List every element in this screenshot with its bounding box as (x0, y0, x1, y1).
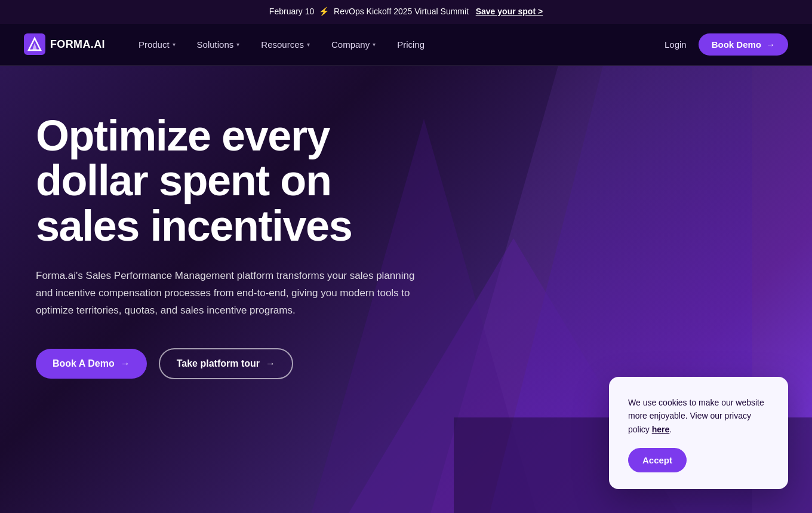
chevron-down-icon: ▾ (236, 41, 239, 48)
nav-right: Login Book Demo → (665, 33, 788, 56)
nav-item-company[interactable]: Company ▾ (322, 35, 385, 54)
logo-icon (24, 33, 45, 55)
banner-event: RevOps Kickoff 2025 Virtual Summit (334, 7, 469, 16)
hero-content: Optimize every dollar spent on sales inc… (0, 66, 454, 415)
hero-title: Optimize every dollar spent on sales inc… (36, 113, 418, 249)
lightning-icon: ⚡ (319, 7, 329, 16)
book-demo-hero-button[interactable]: Book A Demo → (36, 349, 147, 379)
platform-tour-button[interactable]: Take platform tour → (159, 348, 293, 379)
arrow-icon: → (121, 358, 130, 369)
nav-item-pricing[interactable]: Pricing (387, 35, 434, 54)
logo-text: FORMA.AI (50, 38, 105, 51)
navbar: FORMA.AI Product ▾ Solutions ▾ Resources… (0, 24, 812, 66)
privacy-policy-link[interactable]: here (652, 425, 670, 434)
hero-buttons: Book A Demo → Take platform tour → (36, 348, 418, 379)
nav-item-product[interactable]: Product ▾ (129, 35, 185, 54)
nav-item-resources[interactable]: Resources ▾ (251, 35, 319, 54)
cookie-banner: We use cookies to make our website more … (609, 377, 788, 489)
cookie-accept-button[interactable]: Accept (628, 448, 687, 472)
logo-link[interactable]: FORMA.AI (24, 33, 105, 55)
login-link[interactable]: Login (665, 39, 687, 50)
banner-date: February 10 (269, 7, 314, 16)
arrow-icon: → (766, 39, 775, 50)
chevron-down-icon: ▾ (373, 41, 376, 48)
chevron-down-icon: ▾ (173, 41, 176, 48)
nav-item-solutions[interactable]: Solutions ▾ (187, 35, 250, 54)
hero-subtitle: Forma.ai's Sales Performance Management … (36, 268, 418, 320)
chevron-down-icon: ▾ (307, 41, 310, 48)
nav-links: Product ▾ Solutions ▾ Resources ▾ Compan… (129, 35, 665, 54)
cookie-text: We use cookies to make our website more … (628, 396, 769, 436)
banner-cta[interactable]: Save your spot > (476, 7, 543, 16)
arrow-icon: → (266, 358, 275, 369)
book-demo-button[interactable]: Book Demo → (699, 33, 788, 56)
top-banner: February 10 ⚡ RevOps Kickoff 2025 Virtua… (0, 0, 812, 24)
